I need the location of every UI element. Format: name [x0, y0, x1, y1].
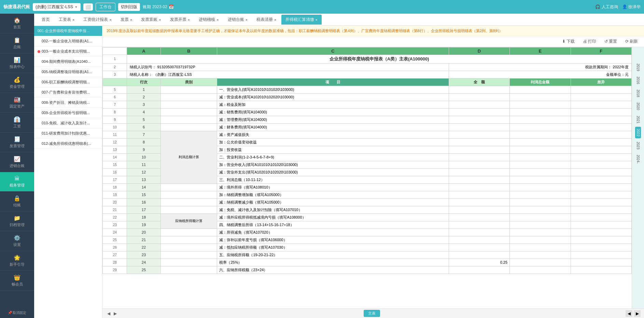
tab-income-tax-close[interactable]: × — [316, 18, 318, 22]
row-amount[interactable] — [449, 244, 509, 251]
sidebar-item-assets[interactable]: 🏭 固定资产 — [0, 93, 34, 113]
row-amount[interactable] — [449, 168, 509, 176]
row-amount[interactable] — [449, 191, 509, 198]
row-item[interactable]: 减：弥补以前年度亏损（填写A106000） — [217, 236, 449, 244]
row-amount[interactable] — [449, 251, 509, 259]
row-amount[interactable] — [449, 236, 509, 244]
sidebar-item-archive[interactable]: 📁 归档管理 — [0, 211, 34, 231]
row-item[interactable]: 加：公允价值变动收益 — [217, 138, 449, 146]
row-item[interactable]: 加：营业外收入(填写A101010\101020\103000) — [217, 161, 449, 168]
row-item[interactable]: 减：纳税调整减少额（填写A105000） — [217, 198, 449, 206]
row-amount[interactable] — [449, 108, 509, 116]
left-panel-item-007[interactable]: 007-广告费和业务宣传费明... — [34, 87, 102, 98]
sidebar-item-sales[interactable]: 📈 进销台账 — [0, 152, 34, 172]
print-button[interactable]: 🖨 打印 — [581, 38, 598, 45]
row-item[interactable]: 减：管理费用(填写A104000) — [217, 116, 449, 123]
left-panel-item-002[interactable]: 002-一般企业收入明细表(A1... — [34, 36, 102, 46]
row-amount[interactable] — [449, 138, 509, 146]
row-amount[interactable] — [449, 183, 509, 191]
tab-invoice-calc-close[interactable]: × — [159, 18, 161, 22]
left-panel-item-011[interactable]: 011-研发费用加计扣除优惠... — [34, 128, 102, 139]
nav-right-button[interactable]: ▶ — [112, 311, 118, 316]
row-item[interactable]: 减：销售费用(填写A104000) — [217, 108, 449, 116]
tab-home[interactable]: 首页 — [38, 15, 54, 25]
row-amount[interactable] — [449, 123, 509, 131]
left-panel-item-008[interactable]: 008-资产折旧、摊销及纳税... — [34, 98, 102, 108]
year-2024[interactable]: 2024- — [635, 153, 641, 166]
tab-sales-ledger-close[interactable]: × — [246, 18, 248, 22]
tab-sales-check[interactable]: 进销稽核 × — [195, 15, 223, 25]
bottom-tab-main[interactable]: 主表 — [364, 310, 380, 317]
ai-consult-button[interactable]: 🎧 人工咨询 — [595, 4, 618, 10]
tab-invoice-close[interactable]: × — [130, 18, 132, 22]
year-2019[interactable]: 2019 — [635, 61, 641, 73]
row-item[interactable]: 减：营业外支出(填写A102010\102020\103000) — [217, 168, 449, 176]
year-2022[interactable]: 2022 — [635, 127, 641, 138]
sidebar-item-vip[interactable]: 👑 畅会员 — [0, 271, 34, 291]
tab-salary-close[interactable]: × — [72, 18, 74, 22]
row-item[interactable]: 一、营业收入(填写A101010\101020\103000) — [217, 86, 449, 93]
left-panel-item-010[interactable]: 010-免税、减计收入及加计... — [34, 118, 102, 128]
row-amount[interactable] — [449, 221, 509, 229]
row-amount[interactable] — [449, 176, 509, 183]
sidebar-item-home[interactable]: 🏠 首页 — [0, 14, 34, 33]
year-2016[interactable]: 2016 — [635, 74, 641, 86]
row-amount[interactable] — [449, 206, 509, 213]
sidebar-item-close[interactable]: 🔒 结账 — [0, 192, 34, 211]
tab-invoice-calc[interactable]: 发票算账 × — [137, 15, 165, 25]
tab-salary[interactable]: 工资表 × — [55, 15, 79, 25]
row-item[interactable]: 减：所得减免（填写A107020） — [217, 229, 449, 236]
row-amount[interactable] — [449, 266, 509, 274]
row-item[interactable]: 税率（25%） — [217, 259, 449, 266]
left-panel-item-006[interactable]: 006-职工薪酬纳税调整明细... — [34, 77, 102, 87]
row-item[interactable]: 三、利润总额（10-11-12） — [217, 176, 449, 183]
sidebar-item-settings[interactable]: ⚙️ 设置 — [0, 231, 34, 251]
row-amount[interactable] — [449, 153, 509, 161]
scroll-right-button[interactable]: ▶ — [634, 310, 641, 317]
nav-left-button[interactable]: ◀ — [106, 311, 112, 316]
row-amount[interactable] — [449, 146, 509, 153]
sidebar-item-invoice[interactable]: 🧾 发票管理 — [0, 133, 34, 152]
unpin-button[interactable]: 📌 取消固定 — [8, 310, 27, 315]
sidebar-item-guide[interactable]: 🌟 新手引导 — [0, 251, 34, 271]
reset-button[interactable]: ↺ 重置 — [602, 38, 619, 45]
row-amount[interactable] — [449, 213, 509, 221]
tab-invoice-open-close[interactable]: × — [188, 18, 190, 22]
row-item[interactable]: 四、纳税调整后所得（13-14+15-16-17+18） — [217, 221, 449, 229]
row-item[interactable]: 减：税金及附加 — [217, 101, 449, 108]
left-panel-item-004[interactable]: 004-期间费用明细表(A1040... — [34, 57, 102, 67]
user-profile[interactable]: 👤 徐泽华 — [622, 4, 641, 10]
scroll-left-button[interactable]: ◀ — [626, 310, 632, 317]
refresh-button[interactable]: ⟳ 刷新 — [623, 38, 640, 45]
row-amount[interactable] — [449, 86, 509, 93]
tab-salary-stats-close[interactable]: × — [109, 18, 111, 22]
sidebar-item-ledger[interactable]: 📋 总账 — [0, 33, 34, 53]
row-item[interactable]: 减：境外应税所得税抵减境内亏损（填写A108000） — [217, 213, 449, 221]
row-item[interactable]: 二、营业利润(1-2-3-4-5-6-7-8+9) — [217, 153, 449, 161]
year-2018[interactable]: 2018 — [635, 87, 641, 99]
year-2023[interactable]: 2023 — [635, 140, 641, 151]
calendar-icon[interactable]: 📅 — [169, 4, 174, 9]
download-button[interactable]: ⬇ 下载 — [560, 38, 577, 45]
left-panel-item-003[interactable]: 003-一般企业成本支出明细... — [34, 46, 102, 57]
row-amount[interactable] — [449, 93, 509, 101]
row-item[interactable]: 减：财务费用(填写A104000) — [217, 123, 449, 131]
row-amount[interactable] — [449, 198, 509, 206]
year-2021[interactable]: 2021 — [635, 114, 641, 125]
tab-invoice-open[interactable]: 发票开票 × — [166, 15, 194, 25]
tab-tax-register[interactable]: 税表清册 × — [252, 15, 280, 25]
sidebar-item-tax[interactable]: 🏛 税务管理 — [0, 172, 34, 192]
row-item[interactable]: 减：境外所得（填写A108010） — [217, 183, 449, 191]
left-panel-item-001[interactable]: 001-企业所得税年度纳税申报... — [34, 26, 102, 36]
row-item[interactable]: 六、应纳所得税额（23×24） — [217, 266, 449, 274]
workbench-button[interactable]: 工作台 — [96, 3, 115, 11]
row-item[interactable]: 加：纳税调整增加额（填写A105000） — [217, 191, 449, 198]
row-amount-taxrate[interactable]: 0.25 — [449, 259, 509, 266]
row-item[interactable]: 减：营业成本(填写A102010\102020\103000) — [217, 93, 449, 101]
row-amount[interactable] — [449, 229, 509, 236]
switch-old-button[interactable]: 切到旧版 — [118, 3, 140, 11]
row-amount[interactable] — [449, 161, 509, 168]
sidebar-item-salary[interactable]: 👔 工资 — [0, 113, 34, 133]
tab-sales-check-close[interactable]: × — [216, 18, 219, 22]
row-item[interactable]: 减：抵扣应纳税所得额（填写A107030） — [217, 244, 449, 251]
